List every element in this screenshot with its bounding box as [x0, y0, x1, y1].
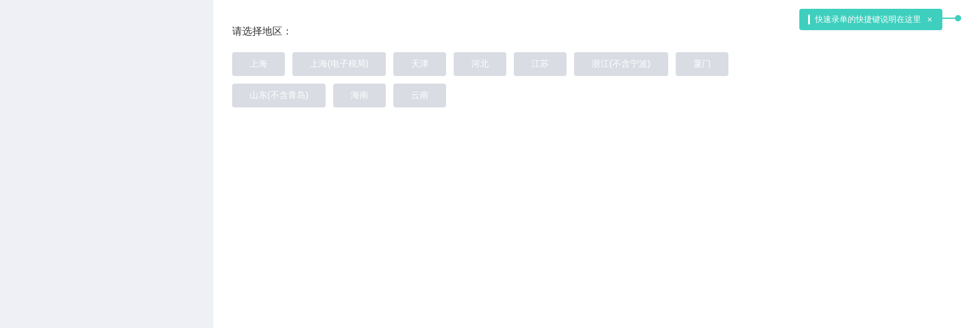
main-content: 请选择地区： 上海 上海(电子税局) 天津 河北 江苏 浙江(不含宁波) 厦门 … — [213, 0, 980, 328]
region-btn-hebei[interactable]: 河北 — [454, 52, 506, 76]
region-btn-xiamen[interactable]: 厦门 — [676, 52, 728, 76]
tooltip-close-button[interactable]: × — [926, 15, 934, 24]
region-buttons-row-1: 上海 上海(电子税局) 天津 河北 江苏 浙江(不含宁波) 厦门 — [232, 52, 961, 76]
region-btn-hainan[interactable]: 海南 — [333, 84, 386, 107]
tooltip-bar — [808, 14, 810, 25]
left-panel — [0, 0, 213, 328]
tooltip-connector-line — [941, 18, 955, 19]
region-btn-shanghai[interactable]: 上海 — [232, 52, 285, 76]
tooltip-text: 快速录单的快捷键说明在这里 — [815, 14, 921, 25]
tooltip-banner: 快速录单的快捷键说明在这里 × — [799, 9, 942, 30]
region-btn-yunnan[interactable]: 云南 — [393, 84, 446, 107]
region-btn-shanghai-etax[interactable]: 上海(电子税局) — [292, 52, 386, 76]
region-buttons-row-2: 山东(不含青岛) 海南 云南 — [232, 84, 961, 107]
region-btn-tianjin[interactable]: 天津 — [393, 52, 446, 76]
region-btn-jiangsu[interactable]: 江苏 — [514, 52, 567, 76]
region-btn-shandong[interactable]: 山东(不含青岛) — [232, 84, 326, 107]
tooltip-connector-dot — [955, 15, 961, 21]
region-btn-zhejiang[interactable]: 浙江(不含宁波) — [574, 52, 668, 76]
